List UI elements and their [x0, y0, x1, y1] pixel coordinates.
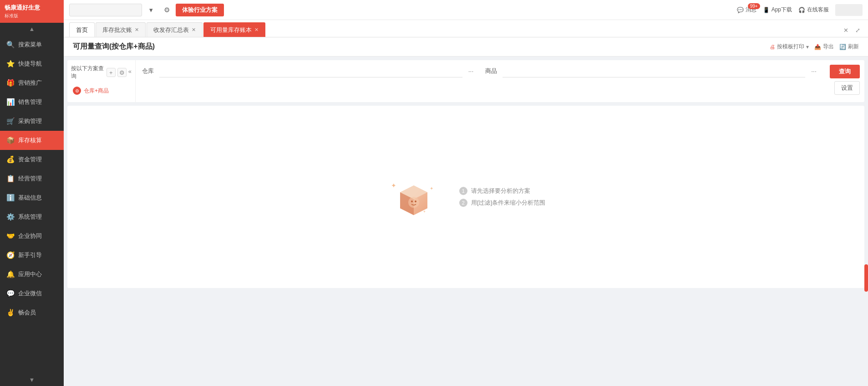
sidebar-item-basic[interactable]: ℹ️ 基础信息 — [0, 188, 64, 207]
export-label: 导出 — [823, 43, 834, 51]
sidebar-item-label: 库存核算 — [18, 136, 42, 144]
handshake-icon: 🤝 — [6, 232, 15, 240]
online-service-btn[interactable]: 🎧 在线客服 — [798, 6, 829, 14]
filter-sidebar-header: 按以下方案查询 + ⚙ « — [71, 65, 132, 80]
user-avatar[interactable] — [835, 4, 863, 16]
tab-batch-close[interactable]: ✕ — [135, 27, 139, 33]
app-download-label: App下载 — [772, 6, 792, 14]
sidebar-item-label: 经营管理 — [18, 175, 42, 183]
tab-summary[interactable]: 收发存汇总表 ✕ — [147, 22, 203, 37]
warehouse-more-btn[interactable]: ··· — [466, 66, 476, 76]
tip-number-2: 2 — [459, 199, 467, 207]
sidebar-header: 畅康通好生意 标准版 — [0, 0, 64, 23]
global-search-input[interactable] — [69, 4, 142, 16]
sidebar-item-sales[interactable]: 📊 销售管理 — [0, 93, 64, 112]
query-button[interactable]: 查询 — [830, 65, 860, 78]
sidebar-item-label: 资金管理 — [18, 155, 42, 164]
tab-fullscreen-btn[interactable]: ⤢ — [853, 25, 863, 35]
manage-scheme-btn[interactable]: ⚙ — [117, 68, 127, 77]
search-icon: 🔍 — [6, 41, 15, 49]
bell-icon: 🔔 — [6, 270, 15, 278]
sidebar-item-system[interactable]: ⚙️ 系统管理 — [0, 207, 64, 226]
top-bar-right: 💬 消息 99+ 📱 App下载 🎧 在线客服 — [737, 4, 863, 16]
product-field: 商品 ··· — [485, 65, 819, 77]
sidebar-nav: 🔍 搜索菜单 ⭐ 快捷导航 🎁 营销推广 📊 销售管理 🛒 采购管理 📦 库存核… — [0, 35, 64, 374]
refresh-btn[interactable]: 🔄 刷新 — [839, 43, 859, 51]
template-print-btn[interactable]: 🖨 按模板打印 ▾ — [770, 43, 809, 51]
sidebar-item-label: 应用中心 — [18, 270, 42, 278]
tab-summary-close[interactable]: ✕ — [192, 27, 196, 33]
tab-home[interactable]: 首页 — [69, 22, 95, 37]
add-scheme-btn[interactable]: + — [107, 68, 116, 77]
product-more-btn[interactable]: ··· — [809, 66, 819, 76]
tab-controls: ✕ ⤢ — [841, 25, 863, 37]
money-icon: 💰 — [6, 155, 15, 164]
scrollbar-indicator[interactable] — [864, 264, 868, 292]
tab-available[interactable]: 可用量库存账本 ✕ — [203, 22, 265, 37]
sidebar-item-label: 采购管理 — [18, 117, 42, 125]
sidebar-item-enterprise[interactable]: 🤝 企业协同 — [0, 226, 64, 246]
tab-batch[interactable]: 库存批次账 ✕ — [96, 22, 146, 37]
svg-text:✦: ✦ — [423, 210, 426, 214]
dropdown-icon[interactable]: ▾ — [145, 4, 157, 16]
chat-icon: 💬 — [6, 289, 15, 298]
app-name: 畅康通好生意 — [5, 4, 59, 12]
info-icon: ℹ️ — [6, 194, 15, 202]
online-service-label: 在线客服 — [807, 6, 829, 14]
tab-close-btn[interactable]: ✕ — [841, 25, 851, 35]
printer-icon: 🖨 — [770, 44, 775, 50]
gear-icon: ⚙️ — [6, 213, 15, 221]
scheme-icon: ⚙ — [73, 87, 81, 95]
box-icon: 📦 — [6, 136, 15, 144]
sidebar-item-label: 系统管理 — [18, 213, 42, 221]
template-print-label: 按模板打印 — [777, 43, 804, 51]
empty-tip-2: 2 用[过滤]条件来缩小分析范围 — [459, 199, 545, 207]
top-bar-left: ▾ ⚙ 体验行业方案 — [69, 4, 733, 16]
message-icon: 💬 — [737, 7, 744, 13]
tab-available-close[interactable]: ✕ — [254, 27, 259, 33]
star-icon: ⭐ — [6, 60, 15, 68]
trial-button[interactable]: 体验行业方案 — [176, 4, 224, 16]
filter-sidebar: 按以下方案查询 + ⚙ « ⚙ 仓库+商品 — [67, 60, 136, 102]
empty-tips: 1 请先选择要分析的方案 2 用[过滤]条件来缩小分析范围 — [459, 187, 545, 207]
product-input[interactable] — [503, 65, 806, 77]
filter-scheme-label: 按以下方案查询 — [71, 65, 107, 80]
sidebar-scroll-up[interactable]: ▲ — [0, 23, 64, 35]
tip-text-2: 用[过滤]条件来缩小分析范围 — [471, 199, 545, 207]
sidebar-item-finance[interactable]: 💰 资金管理 — [0, 150, 64, 169]
member-icon: ✌️ — [6, 309, 15, 317]
filter-scheme-item[interactable]: ⚙ 仓库+商品 — [71, 84, 132, 98]
top-bar: ▾ ⚙ 体验行业方案 💬 消息 99+ 📱 App下载 🎧 在线客服 — [64, 0, 868, 20]
sidebar-item-wechat[interactable]: 💬 企业微信 — [0, 284, 64, 303]
app-download-btn[interactable]: 📱 App下载 — [763, 6, 792, 14]
svg-text:✦: ✦ — [391, 182, 396, 189]
page-header: 可用量查询(按仓库+商品) 🖨 按模板打印 ▾ 📤 导出 🔄 刷新 — [64, 37, 868, 57]
sidebar-item-label: 快捷导航 — [18, 60, 42, 68]
filter-settings-button[interactable]: 设置 — [834, 81, 860, 95]
gift-icon: 🎁 — [6, 79, 15, 87]
page-header-actions: 🖨 按模板打印 ▾ 📤 导出 🔄 刷新 — [770, 43, 859, 51]
sidebar-item-label: 基础信息 — [18, 194, 42, 202]
collapse-icon[interactable]: « — [128, 68, 132, 77]
template-print-dropdown[interactable]: ▾ — [806, 44, 809, 50]
tab-home-label: 首页 — [76, 26, 88, 34]
sidebar-item-apps[interactable]: 🔔 应用中心 — [0, 265, 64, 284]
empty-state: ✦ ✦ ✦ 1 请先选择要分析的方案 2 用[过滤]条件来缩小分析范围 — [377, 133, 554, 261]
sidebar-item-inventory[interactable]: 📦 库存核算 — [0, 131, 64, 150]
export-btn[interactable]: 📤 导出 — [814, 43, 834, 51]
sidebar-item-marketing[interactable]: 🎁 营销推广 — [0, 73, 64, 93]
sidebar-item-operations[interactable]: 📋 经营管理 — [0, 169, 64, 188]
sidebar-item-guide[interactable]: 🧭 新手引导 — [0, 246, 64, 265]
sidebar-item-shortcut[interactable]: ⭐ 快捷导航 — [0, 54, 64, 73]
export-icon: 📤 — [814, 44, 821, 50]
sidebar-item-label: 搜索菜单 — [18, 41, 42, 49]
sidebar-item-purchase[interactable]: 🛒 采购管理 — [0, 112, 64, 131]
warehouse-input[interactable] — [159, 65, 462, 77]
sidebar-scroll-down[interactable]: ▼ — [0, 374, 64, 386]
sidebar-item-member[interactable]: ✌️ 畅会员 — [0, 303, 64, 322]
warehouse-label: 仓库 — [142, 67, 156, 75]
sidebar-item-search[interactable]: 🔍 搜索菜单 — [0, 35, 64, 54]
settings-icon[interactable]: ⚙ — [160, 4, 173, 16]
notification-area[interactable]: 💬 消息 99+ — [737, 6, 756, 14]
page-content: 可用量查询(按仓库+商品) 🖨 按模板打印 ▾ 📤 导出 🔄 刷新 — [64, 37, 868, 386]
